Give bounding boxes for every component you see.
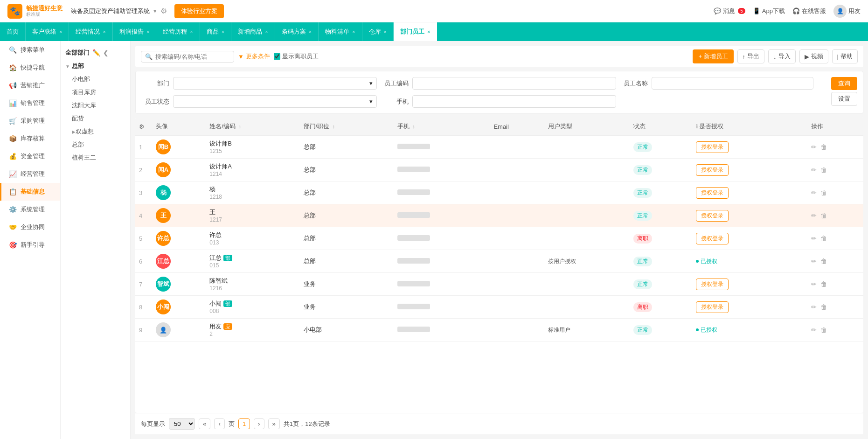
nav-item-经营历程[interactable]: 经营历程× <box>156 22 200 41</box>
app-download-button[interactable]: 📱 App下载 <box>753 7 785 15</box>
show-resigned-toggle[interactable]: 显示离职员工 <box>274 52 319 61</box>
next-page-button[interactable]: › <box>254 418 264 429</box>
query-button[interactable]: 查询 <box>831 77 857 90</box>
sidebar-item-企业协同[interactable]: 🤝企业协同 <box>0 218 60 236</box>
delete-icon[interactable]: 🗑 <box>820 303 827 311</box>
filter-empcode-input[interactable] <box>412 77 616 90</box>
nav-item-经营情况[interactable]: 经营情况× <box>69 22 112 41</box>
delete-icon[interactable]: 🗑 <box>820 280 827 288</box>
auth-button[interactable]: 授权登录 <box>696 141 729 153</box>
sidebar-item-经营管理[interactable]: 📈经营管理 <box>0 165 60 183</box>
delete-icon[interactable]: 🗑 <box>820 212 827 219</box>
sidebar-item-系统管理[interactable]: ⚙️系统管理 <box>0 201 60 218</box>
col-dept-position[interactable]: 部门/职位 ↕ <box>300 118 394 136</box>
nav-item-首页[interactable]: 首页 <box>0 22 26 41</box>
user-area[interactable]: 👤 用友 <box>833 5 861 18</box>
edit-icon[interactable]: ✏ <box>811 258 817 265</box>
search-input[interactable] <box>155 53 221 60</box>
nav-close-icon[interactable]: × <box>146 29 149 35</box>
sidebar-item-销售管理[interactable]: 📊销售管理 <box>0 94 60 112</box>
current-page[interactable]: 1 <box>238 418 250 429</box>
col-settings[interactable]: ⚙ <box>135 118 152 136</box>
nav-close-icon[interactable]: × <box>190 29 193 35</box>
nav-close-icon[interactable]: × <box>222 29 224 35</box>
nav-item-物料清单[interactable]: 物料清单× <box>319 22 362 41</box>
nav-close-icon[interactable]: × <box>309 29 312 35</box>
trial-button[interactable]: 体验行业方案 <box>174 4 224 18</box>
show-resigned-checkbox[interactable] <box>274 53 280 60</box>
filter-empname-input[interactable] <box>652 77 813 90</box>
col-name-code[interactable]: 姓名/编码 ↕ <box>206 118 299 136</box>
message-button[interactable]: 💬 消息 5 <box>714 7 745 15</box>
dept-item-总部[interactable]: 总部 <box>61 138 130 151</box>
delete-icon[interactable]: 🗑 <box>820 326 827 334</box>
filter-status-select[interactable]: ▾ <box>173 95 377 108</box>
edit-icon[interactable]: ✏ <box>811 212 817 219</box>
auth-button[interactable]: 授权登录 <box>696 164 729 176</box>
settings-icon[interactable]: ⚙ <box>160 7 167 15</box>
dept-item-植树王二[interactable]: 植树王二 <box>61 151 130 164</box>
delete-icon[interactable]: 🗑 <box>820 235 827 242</box>
auth-button[interactable]: 授权登录 <box>696 210 729 222</box>
nav-close-icon[interactable]: × <box>59 29 62 35</box>
nav-item-部门员工[interactable]: 部门员工× <box>394 22 437 41</box>
nav-item-条码方案[interactable]: 条码方案× <box>275 22 319 41</box>
export-button[interactable]: ↑ 导出 <box>737 49 765 63</box>
nav-item-仓库[interactable]: 仓库× <box>362 22 394 41</box>
filter-phone-input[interactable] <box>412 95 616 108</box>
last-page-button[interactable]: » <box>268 418 280 429</box>
col-phone[interactable]: 手机 ↕ <box>394 118 490 136</box>
sidebar-item-搜索菜单[interactable]: 🔍搜索菜单 <box>0 41 60 59</box>
nav-item-客户联络[interactable]: 客户联络× <box>26 22 69 41</box>
view-button[interactable]: ▶ 视频 <box>799 49 828 63</box>
auth-button[interactable]: 授权登录 <box>696 279 729 290</box>
delete-icon[interactable]: 🗑 <box>820 166 827 174</box>
nav-item-利润报告[interactable]: 利润报告× <box>113 22 156 41</box>
dept-item-双虚想[interactable]: ▶双虚想 <box>61 125 130 138</box>
nav-close-icon[interactable]: × <box>427 29 430 35</box>
delete-icon[interactable]: 🗑 <box>820 258 827 265</box>
prev-page-button[interactable]: ‹ <box>214 418 224 429</box>
online-service-button[interactable]: 🎧 在线客服 <box>792 7 826 15</box>
first-page-button[interactable]: « <box>199 418 210 429</box>
dept-item-项目库房[interactable]: 项目库房 <box>61 86 130 99</box>
auth-button[interactable]: 授权登录 <box>696 301 729 313</box>
nav-close-icon[interactable]: × <box>103 29 105 35</box>
edit-icon[interactable]: ✏ <box>811 189 817 196</box>
sidebar-item-库存核算[interactable]: 📦库存核算 <box>0 130 60 147</box>
sidebar-item-营销推广[interactable]: 📢营销推广 <box>0 77 60 94</box>
nav-item-商品[interactable]: 商品× <box>200 22 231 41</box>
edit-icon[interactable]: ✏ <box>811 280 817 288</box>
dept-item-总部[interactable]: ▼总部 <box>61 60 130 73</box>
dept-item-配货[interactable]: 配货 <box>61 112 130 125</box>
sidebar-item-资金管理[interactable]: 💰资金管理 <box>0 147 60 165</box>
add-employee-button[interactable]: + 新增员工 <box>693 49 733 63</box>
auth-button[interactable]: 授权登录 <box>696 187 729 199</box>
reset-button[interactable]: 设置 <box>831 92 857 106</box>
dept-item-沈阳大库[interactable]: 沈阳大库 <box>61 99 130 112</box>
nav-close-icon[interactable]: × <box>384 29 387 35</box>
dept-edit-icon[interactable]: ✏️ <box>92 49 100 56</box>
nav-close-icon[interactable]: × <box>265 29 268 35</box>
edit-icon[interactable]: ✏ <box>811 303 817 311</box>
search-input-wrapper[interactable]: 🔍 <box>141 51 234 63</box>
auth-button[interactable]: 授权登录 <box>696 233 729 244</box>
help-button[interactable]: | 帮助 <box>832 49 858 63</box>
edit-icon[interactable]: ✏ <box>811 235 817 242</box>
page-size-select[interactable]: 50 100 <box>169 418 195 430</box>
import-button[interactable]: ↓ 导入 <box>768 49 796 63</box>
filter-dept-select[interactable]: ▾ <box>173 77 377 90</box>
nav-item-新增商品[interactable]: 新增商品× <box>231 22 275 41</box>
edit-icon[interactable]: ✏ <box>811 143 817 151</box>
edit-icon[interactable]: ✏ <box>811 166 817 174</box>
edit-icon[interactable]: ✏ <box>811 326 817 334</box>
dept-collapse-icon[interactable]: ❮ <box>103 49 108 56</box>
sidebar-item-快捷导航[interactable]: 🏠快捷导航 <box>0 59 60 77</box>
more-filter-button[interactable]: ▼ 更多条件 <box>238 52 270 61</box>
dept-item-小电部[interactable]: 小电部 <box>61 73 130 86</box>
delete-icon[interactable]: 🗑 <box>820 143 827 151</box>
nav-close-icon[interactable]: × <box>352 29 355 35</box>
sidebar-item-新手引导[interactable]: 🎯新手引导 <box>0 236 60 254</box>
delete-icon[interactable]: 🗑 <box>820 189 827 196</box>
sidebar-item-基础信息[interactable]: 📋基础信息 <box>0 183 60 201</box>
